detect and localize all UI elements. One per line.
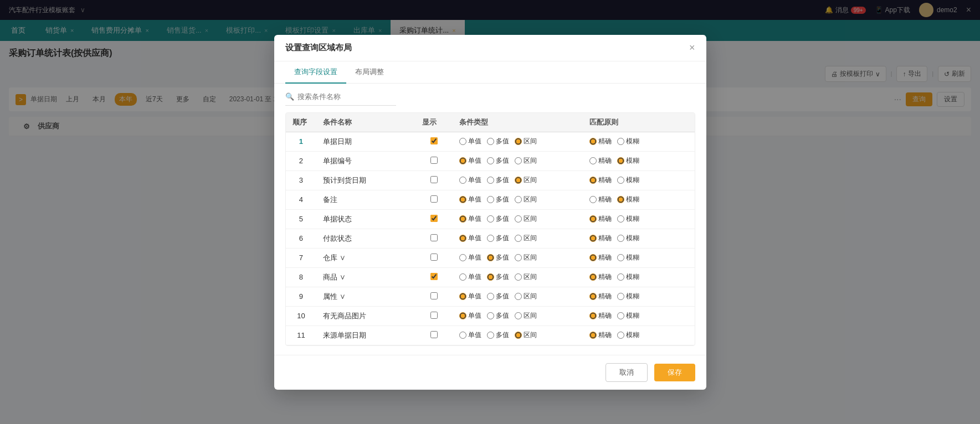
radio-multi[interactable]: 多值	[487, 330, 509, 340]
radio-fuzzy-input[interactable]	[617, 293, 624, 300]
radio-single-input[interactable]	[459, 273, 466, 281]
radio-range-input[interactable]	[515, 273, 522, 281]
display-checkbox[interactable]	[430, 195, 438, 203]
radio-exact-input[interactable]	[589, 293, 597, 300]
radio-exact-input[interactable]	[589, 312, 597, 319]
radio-range-input[interactable]	[515, 215, 522, 223]
radio-exact-input[interactable]	[589, 254, 597, 261]
radio-multi[interactable]: 多值	[487, 156, 509, 166]
radio-fuzzy[interactable]: 模糊	[617, 292, 639, 301]
display-checkbox[interactable]	[430, 254, 438, 261]
radio-range-input[interactable]	[515, 157, 522, 164]
radio-fuzzy[interactable]: 模糊	[617, 253, 639, 262]
radio-exact-input[interactable]	[589, 273, 597, 281]
radio-fuzzy-input[interactable]	[617, 157, 624, 164]
radio-fuzzy[interactable]: 模糊	[617, 137, 639, 146]
radio-range[interactable]: 区间	[515, 175, 537, 185]
radio-exact[interactable]: 精确	[589, 311, 612, 320]
display-checkbox[interactable]	[430, 312, 438, 319]
radio-fuzzy-input[interactable]	[617, 138, 624, 145]
radio-fuzzy[interactable]: 模糊	[617, 175, 639, 185]
radio-multi-input[interactable]	[487, 157, 494, 164]
radio-exact[interactable]: 精确	[589, 214, 612, 224]
radio-single-input[interactable]	[459, 215, 466, 223]
radio-single-input[interactable]	[459, 254, 466, 261]
radio-exact-input[interactable]	[589, 177, 597, 184]
radio-single-input[interactable]	[459, 332, 466, 339]
radio-single-input[interactable]	[459, 235, 466, 242]
radio-exact[interactable]: 精确	[589, 175, 612, 185]
radio-single[interactable]: 单值	[459, 292, 481, 301]
radio-multi[interactable]: 多值	[487, 272, 509, 282]
radio-multi[interactable]: 多值	[487, 292, 509, 301]
radio-fuzzy-input[interactable]	[617, 235, 624, 242]
radio-range[interactable]: 区间	[515, 272, 537, 282]
radio-exact-input[interactable]	[589, 235, 597, 242]
display-checkbox[interactable]	[430, 137, 438, 144]
modal-close-button[interactable]: ×	[689, 43, 695, 53]
save-button[interactable]: 保存	[654, 364, 695, 381]
radio-range-input[interactable]	[515, 293, 522, 300]
radio-exact[interactable]: 精确	[589, 253, 612, 262]
cancel-button[interactable]: 取消	[606, 363, 648, 382]
display-checkbox[interactable]	[430, 331, 438, 338]
radio-multi-input[interactable]	[487, 273, 494, 281]
display-checkbox[interactable]	[430, 273, 438, 280]
radio-exact-input[interactable]	[589, 138, 597, 145]
radio-multi-input[interactable]	[487, 177, 494, 184]
radio-fuzzy[interactable]: 模糊	[617, 272, 639, 282]
radio-multi-input[interactable]	[487, 332, 494, 339]
radio-exact-input[interactable]	[589, 332, 597, 339]
radio-range[interactable]: 区间	[515, 253, 537, 262]
radio-single[interactable]: 单值	[459, 156, 481, 166]
radio-single[interactable]: 单值	[459, 137, 481, 146]
radio-single-input[interactable]	[459, 138, 466, 145]
radio-single-input[interactable]	[459, 312, 466, 319]
radio-range[interactable]: 区间	[515, 137, 537, 146]
radio-fuzzy-input[interactable]	[617, 177, 624, 184]
radio-single[interactable]: 单值	[459, 234, 481, 243]
radio-single[interactable]: 单值	[459, 253, 481, 262]
radio-fuzzy-input[interactable]	[617, 215, 624, 223]
radio-range-input[interactable]	[515, 196, 522, 203]
radio-single-input[interactable]	[459, 177, 466, 184]
display-checkbox[interactable]	[430, 176, 438, 183]
radio-multi-input[interactable]	[487, 196, 494, 203]
radio-single[interactable]: 单值	[459, 175, 481, 185]
radio-fuzzy[interactable]: 模糊	[617, 156, 639, 166]
radio-multi-input[interactable]	[487, 312, 494, 319]
radio-single[interactable]: 单值	[459, 195, 481, 204]
radio-fuzzy[interactable]: 模糊	[617, 234, 639, 243]
display-checkbox[interactable]	[430, 157, 438, 164]
radio-exact-input[interactable]	[589, 157, 597, 164]
radio-single[interactable]: 单值	[459, 214, 481, 224]
radio-exact[interactable]: 精确	[589, 195, 612, 204]
radio-exact-input[interactable]	[589, 215, 597, 223]
radio-exact[interactable]: 精确	[589, 137, 612, 146]
radio-multi[interactable]: 多值	[487, 311, 509, 320]
modal-tab-layout[interactable]: 布局调整	[346, 61, 393, 84]
radio-fuzzy[interactable]: 模糊	[617, 330, 639, 340]
radio-exact[interactable]: 精确	[589, 234, 612, 243]
radio-range-input[interactable]	[515, 235, 522, 242]
radio-single[interactable]: 单值	[459, 272, 481, 282]
radio-range[interactable]: 区间	[515, 195, 537, 204]
radio-multi-input[interactable]	[487, 293, 494, 300]
radio-multi[interactable]: 多值	[487, 253, 509, 262]
radio-range[interactable]: 区间	[515, 330, 537, 340]
search-input[interactable]	[297, 92, 386, 101]
radio-single-input[interactable]	[459, 157, 466, 164]
radio-range[interactable]: 区间	[515, 292, 537, 301]
radio-multi[interactable]: 多值	[487, 137, 509, 146]
radio-fuzzy[interactable]: 模糊	[617, 214, 639, 224]
radio-multi-input[interactable]	[487, 254, 494, 261]
radio-range-input[interactable]	[515, 254, 522, 261]
radio-multi[interactable]: 多值	[487, 214, 509, 224]
radio-single[interactable]: 单值	[459, 311, 481, 320]
radio-fuzzy[interactable]: 模糊	[617, 311, 639, 320]
radio-single-input[interactable]	[459, 196, 466, 203]
radio-range-input[interactable]	[515, 177, 522, 184]
radio-range[interactable]: 区间	[515, 311, 537, 320]
radio-multi[interactable]: 多值	[487, 195, 509, 204]
radio-fuzzy-input[interactable]	[617, 273, 624, 281]
